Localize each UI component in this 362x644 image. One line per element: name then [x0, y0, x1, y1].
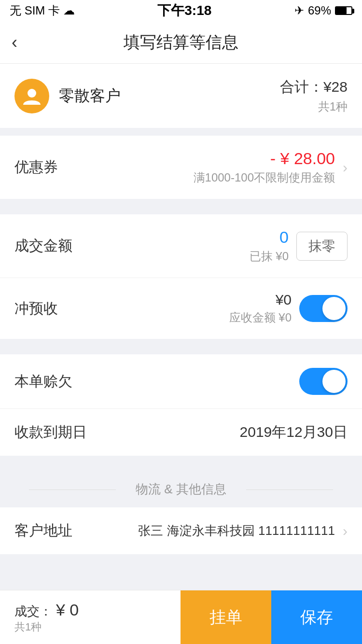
prepayment-row: 冲预收 ¥0 应收金额 ¥0 — [0, 278, 362, 339]
coupon-label: 优惠券 — [14, 157, 58, 177]
credit-label: 本单赊欠 — [14, 372, 72, 392]
status-bar: 无 SIM 卡 ☁ 下午3:18 ✈ 69% — [0, 0, 362, 21]
nav-bar: ‹ 填写结算等信息 — [0, 21, 362, 64]
status-bar-left: 无 SIM 卡 ☁ — [10, 3, 75, 18]
coupon-section: 优惠券 - ¥ 28.00 满1000-100不限制使用金额 › — [0, 136, 362, 199]
prepayment-label: 冲预收 — [14, 299, 58, 319]
due-date-row: 收款到期日 2019年12月30日 — [0, 409, 362, 456]
prepayment-right: ¥0 应收金额 ¥0 — [229, 292, 348, 325]
battery-icon: 69% — [308, 4, 331, 17]
credit-section: 本单赊欠 收款到期日 2019年12月30日 — [0, 354, 362, 456]
due-date-label: 收款到期日 — [14, 422, 87, 442]
logistics-header: 物流 & 其他信息 — [0, 471, 362, 507]
address-section: 客户地址 张三 海淀永丰科技园 11111111111 › — [0, 507, 362, 554]
address-right: 张三 海淀永丰科技园 11111111111 › — [138, 522, 348, 539]
logistics-label: 物流 & 其他信息 — [136, 482, 226, 496]
bottom-deal-row: 成交： ¥ 0 — [14, 601, 181, 620]
prepayment-toggle[interactable] — [299, 295, 348, 322]
deal-amount-label: 成交金额 — [14, 236, 72, 256]
prepayment-value: ¥0 — [229, 292, 292, 308]
section-divider-1 — [0, 207, 362, 214]
coupon-row[interactable]: 优惠券 - ¥ 28.00 满1000-100不限制使用金额 › — [0, 136, 362, 199]
credit-toggle[interactable] — [299, 368, 348, 395]
hang-button[interactable]: 挂单 — [181, 590, 271, 644]
coupon-value: - ¥ 28.00 — [194, 149, 335, 168]
address-chevron-icon: › — [343, 523, 348, 539]
deal-amount-row: 成交金额 0 已抹 ¥0 抹零 — [0, 214, 362, 278]
bottom-deal-count: 共1种 — [14, 620, 181, 634]
customer-avatar — [14, 79, 49, 113]
deal-section: 成交金额 0 已抹 ¥0 抹零 冲预收 ¥0 应收金额 ¥0 — [0, 214, 362, 339]
back-button[interactable]: ‹ — [12, 32, 17, 53]
credit-right — [299, 368, 348, 395]
section-divider-2 — [0, 347, 362, 354]
sim-status: 无 SIM 卡 ☁ — [10, 3, 75, 18]
coupon-value-wrap: - ¥ 28.00 满1000-100不限制使用金额 — [194, 149, 335, 185]
prepayment-value-wrap: ¥0 应收金额 ¥0 — [229, 292, 292, 325]
bottom-bar: 成交： ¥ 0 共1种 挂单 保存 — [0, 590, 362, 644]
due-date-value[interactable]: 2019年12月30日 — [240, 422, 348, 442]
coupon-desc: 满1000-100不限制使用金额 — [194, 170, 335, 185]
customer-left: 零散客户 — [14, 79, 121, 113]
credit-toggle-knob — [322, 370, 346, 393]
address-value: 张三 海淀永丰科技园 11111111111 — [138, 522, 335, 539]
customer-row: 零散客户 合计：¥28 共1种 — [0, 64, 362, 128]
customer-count: 共1种 — [280, 99, 348, 114]
address-label: 客户地址 — [14, 521, 72, 541]
svg-point-0 — [28, 89, 36, 98]
bottom-summary: 成交： ¥ 0 共1种 — [0, 590, 181, 644]
round-zero-button[interactable]: 抹零 — [296, 232, 348, 261]
bottom-deal-value: ¥ 0 — [56, 601, 79, 619]
coupon-right: - ¥ 28.00 满1000-100不限制使用金额 › — [194, 149, 348, 185]
location-icon: ✈ — [294, 4, 304, 17]
deal-amount-value-wrap: 0 已抹 ¥0 — [250, 228, 289, 264]
customer-name: 零散客户 — [59, 85, 121, 107]
toggle-knob — [322, 297, 346, 320]
customer-total: 合计：¥28 — [280, 77, 348, 97]
battery-bar — [335, 6, 352, 15]
deal-amount-value[interactable]: 0 — [250, 228, 289, 247]
address-row[interactable]: 客户地址 张三 海淀永丰科技园 11111111111 › — [0, 507, 362, 554]
deal-amount-right: 0 已抹 ¥0 抹零 — [250, 228, 348, 264]
credit-row: 本单赊欠 — [0, 354, 362, 409]
content: 零散客户 合计：¥28 共1种 优惠券 - ¥ 28.00 满1000-100不… — [0, 64, 362, 620]
prepayment-sub: 应收金额 ¥0 — [229, 310, 292, 325]
bottom-deal-label: 成交： — [14, 603, 52, 620]
save-button[interactable]: 保存 — [271, 590, 362, 644]
customer-right: 合计：¥28 共1种 — [280, 77, 348, 114]
deal-amount-sub: 已抹 ¥0 — [250, 249, 289, 264]
person-icon — [21, 85, 42, 107]
status-bar-right: ✈ 69% — [294, 4, 352, 17]
status-bar-time: 下午3:18 — [157, 1, 211, 20]
page-title: 填写结算等信息 — [124, 31, 238, 54]
coupon-chevron-icon: › — [343, 159, 348, 176]
section-divider-3 — [0, 463, 362, 471]
